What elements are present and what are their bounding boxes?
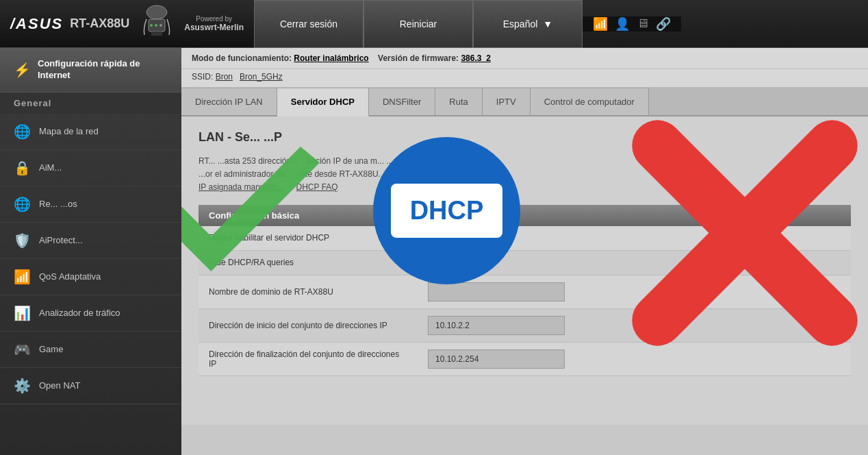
model-name: RT-AX88U: [70, 16, 129, 31]
table-row: Dirección de finalización del conjunto d…: [199, 342, 851, 376]
sidebar-item-recursos[interactable]: 🌐 Re... ...os: [0, 186, 181, 223]
restart-button[interactable]: Reiniciar: [363, 0, 473, 48]
sidebar-item-game[interactable]: 🎮 Game: [0, 332, 181, 368]
asus-logo: /ASUS: [10, 15, 63, 33]
mode-label: Modo de funcionamiento:: [192, 53, 292, 63]
ssid-value-5g[interactable]: Bron_5GHz: [240, 72, 283, 82]
description: RT... ...asta 253 dirección... ...ección…: [199, 155, 851, 195]
sidebar-item-label: Mapa de la red: [39, 126, 168, 136]
opennat-icon: ⚙️: [14, 378, 31, 394]
dhcp-si-radio[interactable]: [428, 234, 437, 243]
tab-iptv[interactable]: IPTV: [483, 88, 531, 115]
traffic-icon: 📊: [14, 305, 31, 321]
field-label-ip-end: Dirección de finalización del conjunto d…: [199, 342, 418, 376]
dhcp-enable-radio-group: Sí No: [428, 233, 841, 243]
sidebar-item-aim[interactable]: 🔒 AiM...: [0, 150, 181, 186]
router-icon: [136, 4, 177, 44]
hide-si-option[interactable]: Sí: [428, 258, 448, 268]
ssid-value-24[interactable]: Bron: [216, 72, 233, 82]
firmware-value[interactable]: 386.3_2: [461, 53, 490, 63]
sidebar-item-label: QoS Adaptativa: [39, 271, 168, 282]
table-row: Desea habilitar el servidor DHCP Sí No: [199, 226, 851, 251]
general-section-label: General: [0, 93, 181, 114]
field-label-ip-start: Dirección de inicio del conjunto de dire…: [199, 308, 418, 342]
svg-point-5: [159, 24, 162, 27]
language-selector[interactable]: Español ▼: [473, 0, 583, 48]
hide-no-radio[interactable]: [462, 258, 471, 267]
svg-rect-2: [151, 32, 162, 36]
sidebar-item-label: AiM...: [39, 162, 168, 173]
quick-setup-label: Configuración rápida de Internet: [38, 58, 168, 82]
network-map-icon: 🌐: [14, 123, 31, 140]
sidebar-item-label: AiProtect...: [39, 235, 168, 245]
table-row: Hide DHCP/RA queries Sí No: [199, 250, 851, 275]
dhcp-faq-link[interactable]: DHCP FAQ: [296, 182, 338, 192]
info-bar: Modo de funcionamiento: Router inalámbri…: [181, 48, 868, 69]
sidebar-item-aiprotect[interactable]: 🛡️ AiProtect...: [0, 223, 181, 259]
table-row: Dirección de inicio del conjunto de dire…: [199, 308, 851, 342]
main-content: Modo de funcionamiento: Router inalámbri…: [181, 48, 868, 455]
sidebar-item-qos[interactable]: 📶 QoS Adaptativa: [0, 259, 181, 295]
share-icon[interactable]: 🔗: [656, 16, 671, 32]
powered-by: Powered by Asuswrt-Merlin: [184, 15, 244, 32]
sidebar: ⚡ Configuración rápida de Internet Gener…: [0, 48, 181, 455]
svg-point-3: [150, 24, 153, 27]
form-table: Desea habilitar el servidor DHCP Sí No H…: [199, 226, 851, 376]
dhcp-no-radio[interactable]: [462, 234, 471, 243]
table-row: Nombre de dominio de RT-AX88U: [199, 275, 851, 308]
domain-name-input[interactable]: [428, 282, 565, 302]
ssid-label: SSID:: [192, 72, 213, 82]
ssid-bar: SSID: Bron Bron_5GHz: [181, 69, 868, 88]
monitor-icon[interactable]: 🖥: [637, 16, 649, 31]
quick-setup-icon: ⚡: [14, 62, 31, 78]
ip-start-input[interactable]: [428, 316, 565, 335]
firmware-label: Versión de firmware:: [378, 53, 459, 63]
sidebar-item-mapa[interactable]: 🌐 Mapa de la red: [0, 114, 181, 150]
quick-setup-item[interactable]: ⚡ Configuración rápida de Internet: [0, 48, 181, 93]
chevron-down-icon: ▼: [543, 19, 552, 29]
dhcp-si-option[interactable]: Sí: [428, 233, 448, 243]
hide-no-option[interactable]: No: [462, 258, 486, 268]
sidebar-item-traffic[interactable]: 📊 Analizador de tráfico: [0, 295, 181, 332]
content-area: LAN - Se... ...P RT... ...asta 253 direc…: [181, 116, 868, 425]
lan-tabs: Dirección IP LAN Servidor DHCP DNSFilter…: [181, 88, 868, 116]
ip-end-input[interactable]: [428, 349, 565, 369]
mode-value[interactable]: Router inalámbrico: [294, 53, 368, 63]
sidebar-item-label: Game: [39, 344, 168, 354]
aim-icon: 🔒: [14, 160, 31, 176]
field-label-domain: Nombre de dominio de RT-AX88U: [199, 275, 418, 308]
header: /ASUS RT-AX88U Powered by Asuswrt-Merlin…: [0, 0, 868, 48]
close-session-button[interactable]: Cerrar sesión: [254, 0, 363, 48]
tab-ruta[interactable]: Ruta: [435, 88, 482, 115]
tab-ip-lan[interactable]: Dirección IP LAN: [181, 88, 277, 115]
recursos-icon: 🌐: [14, 196, 31, 212]
svg-point-4: [155, 24, 157, 27]
field-label-hide-dhcp: Hide DHCP/RA queries: [199, 250, 418, 275]
sidebar-item-opennat[interactable]: ⚙️ Open NAT: [0, 368, 181, 404]
sidebar-item-label: Re... ...os: [39, 199, 168, 209]
hide-si-radio[interactable]: [428, 258, 437, 267]
user-icon[interactable]: 👤: [615, 16, 630, 32]
sidebar-item-label: Analizador de tráfico: [39, 308, 168, 318]
hide-dhcp-radio-group: Sí No: [428, 258, 841, 268]
game-icon: 🎮: [14, 341, 31, 358]
manual-ip-link[interactable]: IP asignada manualm...: [199, 182, 285, 192]
top-icons: 📶 👤 🖥 🔗: [583, 16, 681, 32]
qos-icon: 📶: [14, 269, 31, 285]
wifi-icon[interactable]: 📶: [593, 16, 608, 32]
logo-area: /ASUS RT-AX88U Powered by Asuswrt-Merlin: [0, 0, 254, 47]
section-title: LAN - Se... ...P: [199, 130, 851, 145]
tab-dhcp-server[interactable]: Servidor DHCP: [277, 88, 369, 116]
svg-point-0: [146, 5, 167, 19]
tab-dnsfilter[interactable]: DNSFilter: [369, 88, 435, 115]
field-label-dhcp-enable: Desea habilitar el servidor DHCP: [199, 226, 418, 251]
config-section-title: Configuración básica: [199, 205, 851, 226]
sidebar-item-label: Open NAT: [39, 380, 168, 391]
dhcp-no-option[interactable]: No: [462, 233, 486, 243]
tab-control-computador[interactable]: Control de computador: [531, 88, 649, 115]
aiprotect-icon: 🛡️: [14, 232, 31, 249]
